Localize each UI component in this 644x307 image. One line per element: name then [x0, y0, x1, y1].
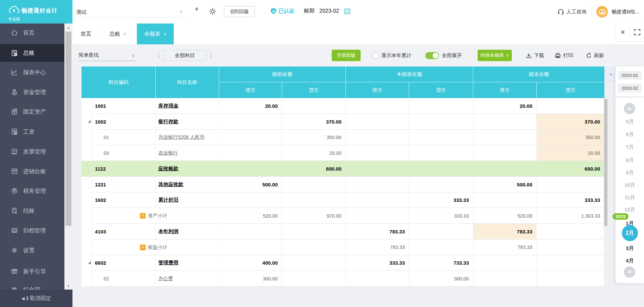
cell-qc-d[interactable] [282, 255, 346, 271]
sidebar-item-4[interactable]: 资金管理 [0, 84, 64, 100]
fullscreen-button[interactable] [630, 24, 644, 41]
cell-bq-j[interactable] [346, 192, 409, 208]
calendar-icon[interactable] [344, 8, 351, 14]
cell-bq-d[interactable] [409, 224, 473, 239]
expand-all-toggle[interactable] [425, 52, 439, 59]
cell-bq-d[interactable] [409, 161, 473, 177]
subject-name-link[interactable]: 管理费用 [158, 260, 178, 266]
cell-qc-j[interactable]: 300.00 [219, 271, 282, 287]
cell-qc-j[interactable]: 520.00 [219, 208, 282, 224]
cell-qm-j[interactable]: 20.00 [473, 98, 537, 114]
refresh-button[interactable]: 刷新 [586, 52, 604, 59]
sidebar-item-13[interactable]: 新手引导 [0, 263, 64, 279]
table-row[interactable]: 1122应收账款600.00600.00 [82, 161, 604, 177]
month-item[interactable]: 9月 [615, 167, 644, 178]
table-row[interactable]: 03农业银行20.0020.00 [82, 145, 604, 161]
month-item[interactable]: 7月 [615, 141, 644, 153]
support-link[interactable]: 人工咨询 [557, 8, 586, 15]
subject-name-link[interactable]: 库存现金 [158, 103, 178, 109]
month-scroll-up-button[interactable] [624, 103, 635, 114]
table-row[interactable]: 02办公费300.00300.00 [82, 271, 604, 287]
cell-qm-j[interactable]: 500.00 [473, 177, 537, 192]
cell-bq-d[interactable] [409, 130, 473, 145]
cell-bq-j[interactable] [346, 98, 409, 114]
cell-bq-j[interactable] [346, 271, 409, 287]
table-scroll-thumb[interactable] [604, 99, 607, 226]
cell-bq-d[interactable]: 733.33 [409, 255, 473, 271]
upgrade-button[interactable]: 升级新版 [332, 50, 361, 61]
user-avatar[interactable] [596, 6, 608, 18]
month-item[interactable]: 8月 [615, 155, 644, 166]
sidebar-item-12[interactable]: 设置 [0, 242, 64, 258]
search-mode-select[interactable]: 简单查找 ∨ [78, 50, 137, 61]
subject-name-link[interactable]: 其他应收款 [158, 181, 183, 188]
cell-bq-d[interactable] [409, 177, 473, 192]
sidebar-item-3[interactable]: 报表中心 [0, 64, 64, 80]
cell-qm-j[interactable] [473, 192, 537, 208]
cell-qc-j[interactable] [219, 192, 282, 208]
add-account-button[interactable]: + [195, 5, 199, 13]
subject-name-link[interactable]: 本年利润 [158, 228, 178, 235]
cell-qm-j[interactable] [473, 130, 537, 145]
cell-bq-j[interactable] [346, 161, 409, 177]
tab-close-icon[interactable]: × [123, 31, 126, 37]
month-item[interactable]: 6月 [615, 129, 644, 140]
cell-bq-j[interactable] [346, 177, 409, 192]
table-row[interactable]: 1221其他应收款500.00500.00 [82, 177, 604, 192]
table-row[interactable]: 01兴业银行5208 人民币350.00350.00 [82, 130, 604, 145]
cell-qm-j[interactable] [473, 145, 537, 161]
switch-old-version-button[interactable]: 切到旧版 [224, 6, 255, 17]
cell-bq-j[interactable] [346, 208, 409, 224]
cell-qm-d[interactable]: 20.00 [537, 145, 604, 161]
cell-qm-j[interactable]: 783.33 [473, 239, 537, 255]
table-row[interactable]: 1001库存现金20.0020.00 [82, 98, 604, 114]
cell-qm-d[interactable] [537, 255, 604, 271]
sidebar-item-11[interactable]: 归档管理 [0, 222, 64, 238]
subject-name-link[interactable]: 银行存款 [158, 119, 178, 125]
month-item[interactable]: 12月 [615, 204, 644, 215]
subject-name-link[interactable]: 办公费 [158, 275, 173, 282]
unpin-sidebar-button[interactable]: ◀ 取消固定 [0, 290, 72, 307]
sidebar-scroll-down[interactable]: ▼ [64, 283, 72, 290]
collapse-triangle-icon[interactable] [88, 261, 91, 264]
cell-qc-j[interactable]: 400.00 [219, 255, 282, 271]
cell-qm-d[interactable]: 333.33 [537, 192, 604, 208]
cell-qc-j[interactable] [219, 130, 282, 145]
tab-3[interactable]: 余额表× [137, 24, 174, 44]
month-item[interactable]: 2月 [615, 225, 644, 241]
settings-gear-icon[interactable] [209, 7, 217, 15]
tab-close-icon[interactable]: × [164, 31, 166, 37]
user-name[interactable]: 畅捷通B组... [611, 9, 639, 15]
cell-qc-j[interactable]: 20.00 [219, 98, 282, 114]
sidebar-item-8[interactable]: 进销台账 [0, 163, 64, 179]
table-scrollbar[interactable] [604, 98, 608, 292]
table-row[interactable]: 1002银行存款370.00370.00 [82, 114, 604, 130]
cell-qm-d[interactable] [537, 271, 604, 287]
cell-bq-j[interactable] [346, 130, 409, 145]
cell-qm-d[interactable] [537, 239, 604, 255]
close-page-button[interactable]: × [616, 24, 630, 41]
cell-qm-j[interactable] [473, 255, 537, 271]
cell-qc-d[interactable] [282, 192, 346, 208]
cell-qm-j[interactable] [473, 161, 537, 177]
cell-qc-j[interactable]: 500.00 [219, 177, 282, 192]
sidebar-item-9[interactable]: 税务管理 [0, 183, 64, 199]
table-row[interactable]: 小资产小计520.00970.00333.33520.001,303.33 [82, 208, 604, 224]
cell-qc-d[interactable] [282, 98, 346, 114]
sidebar-item-1[interactable]: 首页 [0, 25, 64, 41]
sidebar-scroll-up[interactable]: ▲ [64, 24, 72, 31]
subject-name-link[interactable]: 农业银行 [158, 150, 178, 156]
sidebar-item-6[interactable]: 工资 [0, 124, 64, 140]
cell-qc-d[interactable] [282, 239, 346, 255]
cell-qc-d[interactable] [282, 224, 346, 239]
cell-bq-j[interactable]: 333.33 [346, 255, 409, 271]
sidebar-scrollbar[interactable]: ▲ ▼ [64, 24, 72, 290]
month-item[interactable]: 11月 [615, 192, 644, 203]
cell-qm-d[interactable] [537, 177, 604, 192]
period-value[interactable]: 2023-02 [319, 8, 339, 14]
cell-qm-d[interactable] [537, 98, 604, 114]
cell-qc-d[interactable]: 20.00 [282, 145, 346, 161]
cell-qm-j[interactable]: 783.33 [473, 224, 537, 239]
month-scroll-down-button[interactable] [624, 266, 635, 278]
show-ytd-checkbox[interactable] [373, 53, 379, 58]
